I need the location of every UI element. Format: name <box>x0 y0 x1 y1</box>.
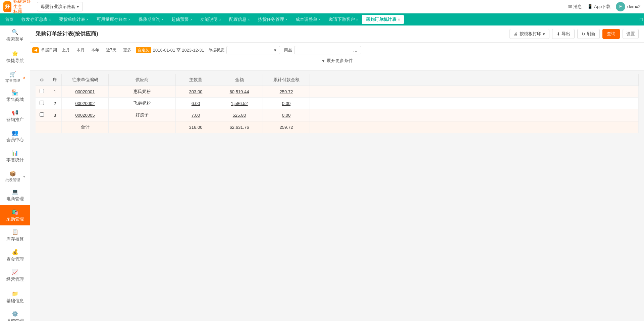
sidebar-item-system[interactable]: ⚙️ 系统管理 <box>0 307 30 321</box>
workspace-selector[interactable]: 母婴行业演示账套 ▾ <box>37 2 83 11</box>
shortcut-last-month[interactable]: 上月 <box>59 47 72 54</box>
cell-check-1[interactable] <box>36 86 48 98</box>
message-icon: ✉ <box>568 4 572 9</box>
refresh-button[interactable]: ↻ 刷新 <box>577 29 600 39</box>
row-checkbox-2[interactable] <box>40 101 44 105</box>
app-download-button[interactable]: 📱 App下载 <box>587 4 610 10</box>
cell-seq-2: 2 <box>48 98 62 109</box>
custom-date-badge[interactable]: 自定义 <box>136 47 151 53</box>
cell-qty-2[interactable]: 6.00 <box>176 98 216 109</box>
avatar: E <box>616 2 625 11</box>
th-paid: 累计付款金额 <box>263 74 310 86</box>
cell-amount-3[interactable]: 525.80 <box>216 109 263 121</box>
tab-cost[interactable]: 成本调整单 × <box>291 15 325 24</box>
cell-qty-3[interactable]: 7.00 <box>176 109 216 121</box>
finance-icon: 💰 <box>12 249 18 255</box>
date-range-display: 2016-01-01 至 2023-12-31 <box>153 47 204 53</box>
goods-input[interactable]: … <box>294 46 361 54</box>
sidebar-item-retail-mall[interactable]: 🏪 零售商城 <box>0 86 30 106</box>
sidebar-item-ecommerce[interactable]: 💻 电商管理 <box>0 185 30 205</box>
sidebar-item-retail-mgmt[interactable]: 🛒 零售管理 ▲ <box>0 68 30 86</box>
ellipsis-icon[interactable]: … <box>353 48 358 53</box>
cell-check-3[interactable] <box>36 109 48 121</box>
close-tab-warranty[interactable]: × <box>162 18 164 21</box>
close-tab-config[interactable]: × <box>248 18 250 21</box>
cell-amount-1[interactable]: 60,519.44 <box>216 86 263 98</box>
cell-paid-1[interactable]: 259.72 <box>263 86 310 98</box>
close-tab-collect[interactable]: × <box>49 18 51 21</box>
sidebar-item-operations[interactable]: 📈 经营管理 <box>0 266 30 286</box>
expand-row: ▼ 展开更多条件 <box>36 54 639 67</box>
cell-amount-2[interactable]: 1,586.52 <box>216 98 263 109</box>
export-button[interactable]: ⬇ 导出 <box>552 29 575 39</box>
page-actions: 🖨 按模板打印 ▾ ⬇ 导出 ↻ 刷新 查询 设置 <box>509 29 639 39</box>
sidebar-item-retail-stat[interactable]: 📊 零售统计 <box>0 146 30 166</box>
operations-icon: 📈 <box>12 269 18 275</box>
sidebar-item-quick-nav[interactable]: ⭐ 快捷导航 <box>0 47 30 67</box>
cell-code-3[interactable]: 00020005 <box>62 109 109 121</box>
tab-pick-task[interactable]: 拣货任务管理 × <box>254 15 291 24</box>
purchase-icon: 🛍️ <box>12 209 18 215</box>
tab-invite[interactable]: 邀请下游客户 × <box>325 15 362 24</box>
th-seq: 序 <box>48 74 62 86</box>
cell-qty-1[interactable]: 303.00 <box>176 86 216 98</box>
logo-text: 畅捷通好生意 标题 <box>13 0 34 14</box>
tab-collect[interactable]: 收发存汇总表 × <box>17 15 55 24</box>
shortcut-more[interactable]: 更多 <box>120 47 134 54</box>
close-tab-invite[interactable]: × <box>356 18 358 21</box>
cell-code-2[interactable]: 00020002 <box>62 98 109 109</box>
close-tab-purchase-stat[interactable]: × <box>398 18 400 21</box>
shortcut-this-year[interactable]: 本年 <box>89 47 102 54</box>
date-shortcuts: 上月 本月 本年 近7天 更多 <box>59 47 134 54</box>
tab-order-stat[interactable]: 要货单统计表 × <box>55 15 93 24</box>
sidebar-item-wholesale[interactable]: 📦 批发管理 ▼ <box>0 168 30 185</box>
sidebar-item-search[interactable]: 🔍 搜索菜单 <box>0 25 30 46</box>
shortcut-7days[interactable]: 近7天 <box>103 47 119 54</box>
data-table: ⚙ 序 往来单位编码 供应商 主数量 金额 累计付款金额 1 0002000 <box>36 74 639 133</box>
row-checkbox-3[interactable] <box>40 112 44 117</box>
user-menu[interactable]: E demo2 <box>616 2 641 11</box>
sidebar-item-member[interactable]: 👥 会员中心 <box>0 126 30 146</box>
tab-stock[interactable]: 可用量库存账本 × <box>93 15 135 24</box>
sidebar-item-inventory[interactable]: 📋 库存核算 <box>0 225 30 246</box>
close-tab-cost[interactable]: × <box>319 18 321 21</box>
row-checkbox-1[interactable] <box>40 89 44 93</box>
chevron-down-icon-status: ▾ <box>274 48 276 53</box>
print-button[interactable]: 🖨 按模板打印 ▾ <box>509 29 549 39</box>
cell-code-1[interactable]: 00020001 <box>62 86 109 98</box>
cell-paid-2[interactable]: 0.00 <box>263 98 310 109</box>
close-tab-stock[interactable]: × <box>128 18 130 21</box>
star-icon: ⭐ <box>12 50 18 57</box>
query-button[interactable]: 查询 <box>602 29 620 39</box>
close-tab-help[interactable]: × <box>219 18 221 21</box>
footer-label: 合计 <box>62 121 109 133</box>
filter-bar: ◀ 单据日期 上月 本月 本年 近7天 更多 自定义 2016-01-01 至 <box>30 43 644 71</box>
th-settings[interactable]: ⚙ <box>36 74 48 86</box>
sidebar-item-base-info[interactable]: 📁 基础信息 <box>0 287 30 307</box>
close-tab-overstock[interactable]: × <box>190 18 192 21</box>
close-tab-order-stat[interactable]: × <box>87 18 89 21</box>
close-tab-pick-task[interactable]: × <box>285 18 287 21</box>
tab-warranty[interactable]: 保质期查询 × <box>135 15 168 24</box>
sidebar-item-purchase[interactable]: 🛍️ 采购管理 <box>0 205 30 225</box>
tab-home[interactable]: 首页 <box>1 15 17 24</box>
system-icon: ⚙️ <box>12 311 18 317</box>
tab-overstock[interactable]: 超储预警 × <box>167 15 196 24</box>
message-button[interactable]: ✉ 消息 <box>568 4 582 10</box>
minimize-window-button[interactable]: — <box>633 17 637 22</box>
status-select[interactable]: ▾ <box>226 46 280 54</box>
toggle-collapse-button[interactable]: ◀ <box>32 47 39 53</box>
shortcut-this-month[interactable]: 本月 <box>74 47 87 54</box>
footer-empty <box>36 121 62 133</box>
cell-check-2[interactable] <box>36 98 48 109</box>
tab-purchase-stat[interactable]: 采购订单统计表 × <box>362 15 404 24</box>
maximize-window-button[interactable]: □ <box>640 17 643 22</box>
tab-config[interactable]: 配置信息 × <box>225 15 254 24</box>
settings-button[interactable]: 设置 <box>623 29 639 39</box>
cell-paid-3[interactable]: 0.00 <box>263 109 310 121</box>
sidebar-item-finance[interactable]: 💰 资金管理 <box>0 246 30 266</box>
sidebar-item-marketing[interactable]: 📢 营销推广 <box>0 106 30 126</box>
export-icon: ⬇ <box>556 32 560 37</box>
expand-more-button[interactable]: ▼ 展开更多条件 <box>317 56 357 65</box>
tab-help[interactable]: 功能说明 × <box>196 15 225 24</box>
